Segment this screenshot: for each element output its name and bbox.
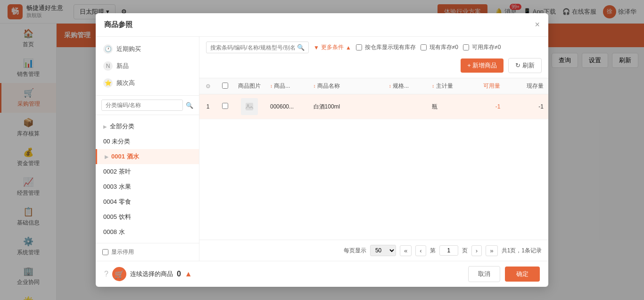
new-icon: N <box>103 61 113 71</box>
sort-icon-spec: ↕ <box>389 83 391 89</box>
cell-avail: -1 <box>462 94 505 119</box>
modal-body: 🕐 近期购买 N 新品 ⭐ 频次高 ‹‹ <box>96 37 548 261</box>
cat-item-0001[interactable]: ▶ 0001 酒水 <box>96 149 199 164</box>
checkbox-avail-label[interactable]: 可用库存≠0 <box>472 43 501 51</box>
checkbox-warehouse-label[interactable]: 按仓库显示现有库存 <box>365 43 416 51</box>
filter-label: 更多条件 <box>321 43 344 51</box>
cat-item-00[interactable]: 00 未分类 <box>96 134 199 149</box>
cart-area: ? 🛒 连续选择的商品 0 ▲ <box>104 267 463 281</box>
th-stock: 现存量 <box>505 78 548 94</box>
product-table: ⚙ 商品图片 ↕ 商品... <box>199 78 548 119</box>
quick-label-frequent: 频次高 <box>116 79 135 87</box>
col-spec-label: 规格... <box>393 83 409 89</box>
display-disabled-checkbox[interactable] <box>102 249 108 255</box>
checkbox-warehouse: 按仓库显示现有库存 <box>356 43 416 51</box>
quick-item-frequent[interactable]: ⭐ 频次高 <box>96 75 199 92</box>
add-product-btn[interactable]: + 新增商品 <box>461 58 504 73</box>
filter-icon: ▼ <box>314 44 319 51</box>
select-all-checkbox[interactable] <box>222 83 228 89</box>
toolbar: 🔍 ▼ 更多条件 ▲ 按仓库显示现有库存 现有库存≠0 <box>199 37 548 78</box>
checkbox-nonzero: 现有库存≠0 <box>421 43 458 51</box>
cancel-btn[interactable]: 取消 <box>468 266 500 282</box>
col-code-label: 商品... <box>274 83 290 89</box>
help-icon[interactable]: ? <box>104 270 108 278</box>
cat-item-0008[interactable]: 0008 水 <box>96 225 199 240</box>
page-label: 第 <box>430 247 436 255</box>
category-tree: ▶ 全部分类 00 未分类 ▶ 0001 酒水 0002 茶叶 0003 水果 <box>96 115 199 243</box>
confirm-btn[interactable]: 确定 <box>505 267 540 282</box>
th-img: 商品图片 <box>233 78 265 94</box>
modal-overlay: 商品参照 × 🕐 近期购买 N 新品 ⭐ <box>0 0 644 300</box>
svg-rect-0 <box>246 103 253 110</box>
per-page-select[interactable]: 50 10 20 100 <box>370 245 396 256</box>
content-panel: 🔍 ▼ 更多条件 ▲ 按仓库显示现有库存 现有库存≠0 <box>199 37 548 261</box>
page-first-btn[interactable]: « <box>400 245 412 256</box>
cart-collapse-btn[interactable]: ▲ <box>185 270 192 278</box>
sort-icon-unit: ↕ <box>432 83 434 89</box>
pagination-bar: 每页显示 50 10 20 100 « ‹ 第 页 › » 共1页，1条记录 <box>199 240 548 261</box>
cell-num: 1 <box>199 94 216 119</box>
checkbox-nonzero-label[interactable]: 现有库存≠0 <box>429 43 458 51</box>
quick-item-recent[interactable]: 🕐 近期购买 <box>96 41 199 58</box>
category-panel: 🕐 近期购买 N 新品 ⭐ 频次高 ‹‹ <box>96 37 199 261</box>
cat-label-0002: 0002 茶叶 <box>103 167 131 176</box>
frequent-icon: ⭐ <box>103 78 113 88</box>
search-icon[interactable]: 🔍 <box>297 44 305 51</box>
cat-item-0005[interactable]: 0005 饮料 <box>96 209 199 225</box>
panel-collapse-btn[interactable]: ‹‹ <box>199 140 199 158</box>
col-name-label: 商品名称 <box>317 83 340 89</box>
product-image <box>241 98 258 115</box>
checkbox-nonzero-input[interactable] <box>421 44 427 50</box>
expand-arrow-0001: ▶ <box>105 154 108 159</box>
modal-close-btn[interactable]: × <box>535 20 540 30</box>
product-search-input[interactable] <box>210 44 295 51</box>
table-settings-icon[interactable]: ⚙ <box>206 83 211 90</box>
cart-count: 0 <box>177 270 181 278</box>
filter-collapse-icon: ▲ <box>346 44 351 51</box>
cat-label-0008: 0008 水 <box>103 228 125 236</box>
cat-item-0010[interactable]: 0010 家电 <box>96 240 199 243</box>
cat-item-0002[interactable]: 0002 茶叶 <box>96 164 199 179</box>
page-next-btn[interactable]: › <box>471 245 482 256</box>
quick-label-new: 新品 <box>116 62 129 70</box>
product-reference-modal: 商品参照 × 🕐 近期购买 N 新品 ⭐ <box>96 13 548 287</box>
expand-arrow-all: ▶ <box>103 124 107 129</box>
checkbox-avail-input[interactable] <box>463 44 469 50</box>
display-disabled-label[interactable]: 显示停用 <box>111 248 134 256</box>
cat-item-0003[interactable]: 0003 水果 <box>96 179 199 194</box>
cell-stock: -1 <box>505 94 548 119</box>
quick-label-recent: 近期购买 <box>116 45 141 53</box>
cat-label-00: 00 未分类 <box>103 137 130 146</box>
th-code: ↕ 商品... <box>265 78 309 94</box>
quick-item-new[interactable]: N 新品 <box>96 58 199 75</box>
category-search-input[interactable] <box>101 100 183 111</box>
sort-icon-name: ↕ <box>314 83 316 89</box>
more-filter-btn[interactable]: ▼ 更多条件 ▲ <box>314 43 351 51</box>
per-page-label: 每页显示 <box>344 247 366 255</box>
checkbox-warehouse-input[interactable] <box>356 44 362 50</box>
category-search-bar: 🔍 <box>96 96 199 115</box>
modal-footer: ? 🛒 连续选择的商品 0 ▲ 取消 确定 <box>96 261 548 287</box>
th-settings: ⚙ <box>199 78 216 94</box>
page-input[interactable] <box>439 245 458 256</box>
cell-spec <box>384 94 428 119</box>
sort-icon-code: ↕ <box>270 83 272 89</box>
cell-unit: 瓶 <box>427 94 462 119</box>
page-last-btn[interactable]: » <box>486 245 497 256</box>
product-table-wrap: ⚙ 商品图片 ↕ 商品... <box>199 78 548 240</box>
th-avail: 可用量 <box>462 78 505 94</box>
cell-code: 000600... <box>265 94 309 119</box>
recent-icon: 🕐 <box>103 44 113 54</box>
cell-check[interactable] <box>216 94 233 119</box>
cat-item-0004[interactable]: 0004 零食 <box>96 194 199 209</box>
col-unit-label: 主计量 <box>436 83 453 89</box>
th-spec: ↕ 规格... <box>384 78 428 94</box>
cell-name: 白酒100ml <box>309 94 384 119</box>
table-row[interactable]: 1 000600... 白酒100ml 瓶 -1 -1 <box>199 94 548 119</box>
col-avail-label: 可用量 <box>483 83 500 89</box>
cat-item-all[interactable]: ▶ 全部分类 <box>96 119 199 134</box>
cat-label-0004: 0004 零食 <box>103 198 131 206</box>
page-prev-btn[interactable]: ‹ <box>415 245 426 256</box>
refresh-btn[interactable]: ↻ 刷新 <box>508 58 542 73</box>
page-suffix: 页 <box>462 247 468 255</box>
